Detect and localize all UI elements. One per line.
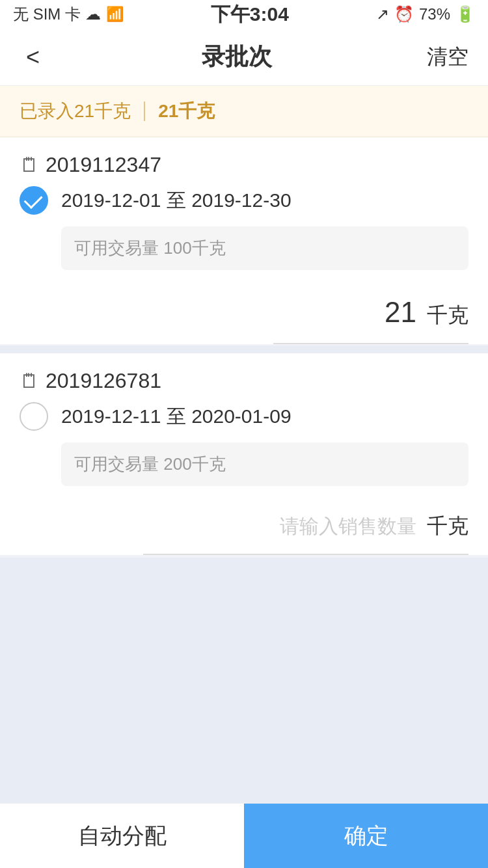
- batch-id-text-1: 2019112347: [46, 153, 161, 177]
- batch-radio-1[interactable]: [20, 186, 48, 215]
- auto-distribute-button[interactable]: 自动分配: [0, 804, 244, 868]
- amount-row-1: 21 千克: [0, 286, 488, 343]
- batch-available-1: 可用交易量 100千克: [61, 226, 468, 270]
- empty-area: [0, 558, 488, 844]
- batch-date-text-1: 2019-12-01 至 2019-12-30: [61, 187, 291, 214]
- input-row-2: 请输入销售数量 千克: [0, 502, 488, 554]
- amount-divider-1: [273, 343, 468, 344]
- batch-date-row-1: 2019-12-01 至 2019-12-30: [20, 186, 468, 215]
- amount-unit-1: 千克: [427, 301, 468, 330]
- page-title: 录批次: [202, 41, 272, 73]
- battery-label: 73%: [419, 5, 450, 23]
- batch-doc-icon-2: 🗒: [20, 370, 39, 392]
- summary-value: 21千克: [158, 99, 215, 124]
- batch-date-row-2: 2019-12-11 至 2020-01-09: [20, 402, 468, 431]
- nav-bar: < 录批次 清空: [0, 29, 488, 86]
- batch-doc-icon-1: 🗒: [20, 154, 39, 176]
- batch-radio-2[interactable]: [20, 402, 48, 431]
- wifi-icon: 📶: [106, 6, 124, 23]
- summary-divider: [144, 102, 145, 121]
- batch-date-text-2: 2019-12-11 至 2020-01-09: [61, 403, 291, 430]
- summary-label: 已录入21千克: [20, 99, 131, 124]
- alarm-icon: ⏰: [394, 5, 414, 23]
- clear-button[interactable]: 清空: [427, 43, 468, 72]
- batch-id-text-2: 2019126781: [46, 369, 161, 393]
- input-placeholder-2: 请输入销售数量: [280, 513, 416, 540]
- section-divider: [0, 346, 488, 353]
- batch-item-2[interactable]: 🗒 2019126781 2019-12-11 至 2020-01-09 可用交…: [0, 353, 488, 486]
- batch-id-row-1: 🗒 2019112347: [20, 153, 468, 177]
- batch-card-1: 🗒 2019112347 2019-12-01 至 2019-12-30 可用交…: [0, 137, 488, 344]
- batch-available-2: 可用交易量 200千克: [61, 442, 468, 486]
- status-left: 无 SIM 卡 ☁ 📶: [13, 4, 124, 25]
- summary-bar: 已录入21千克 21千克: [0, 86, 488, 137]
- input-unit-2: 千克: [427, 512, 468, 541]
- battery-icon: 🔋: [455, 5, 475, 23]
- status-right: ↗ ⏰ 73% 🔋: [376, 5, 475, 23]
- confirm-button[interactable]: 确定: [244, 804, 488, 868]
- no-sim-label: 无 SIM 卡 ☁: [13, 4, 101, 25]
- input-divider-2: [143, 554, 468, 555]
- batch-card-2: 🗒 2019126781 2019-12-11 至 2020-01-09 可用交…: [0, 353, 488, 555]
- status-time: 下午3:04: [211, 1, 289, 28]
- amount-value-1: 21: [385, 296, 416, 329]
- status-bar: 无 SIM 卡 ☁ 📶 下午3:04 ↗ ⏰ 73% 🔋: [0, 0, 488, 29]
- bottom-bar: 自动分配 确定: [0, 803, 488, 868]
- back-button[interactable]: <: [20, 37, 46, 77]
- location-icon: ↗: [376, 5, 389, 23]
- batch-id-row-2: 🗒 2019126781: [20, 369, 468, 393]
- batch-item-1[interactable]: 🗒 2019112347 2019-12-01 至 2019-12-30 可用交…: [0, 137, 488, 270]
